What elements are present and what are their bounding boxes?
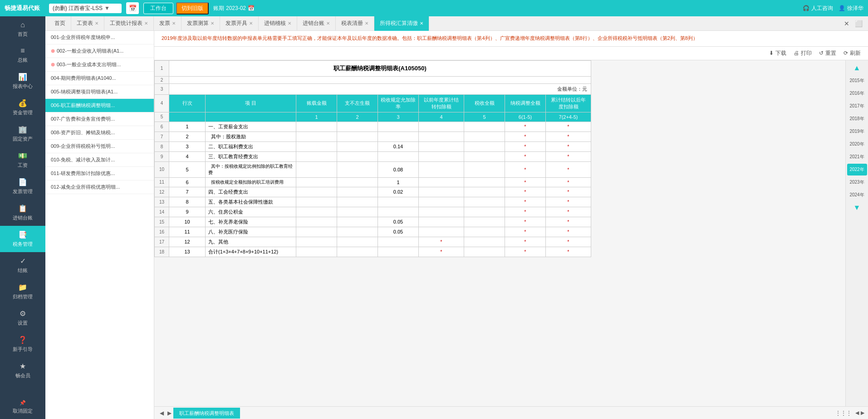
- sidebar-item-settings[interactable]: ⚙ 设置: [0, 305, 45, 331]
- tab-tax-register-close[interactable]: ✕: [365, 21, 368, 26]
- sidebar-item-home[interactable]: ⌂ 首页: [0, 16, 45, 42]
- sidebar-item-general-ledger[interactable]: ≡ 总账: [0, 42, 45, 68]
- list-item-001[interactable]: 001-企业所得税年度纳税申...: [45, 31, 154, 44]
- workspace-button[interactable]: 工作台: [143, 3, 173, 14]
- user-name: 徐泽华: [847, 5, 863, 12]
- tab-tax-register-label: 税表清册: [341, 19, 363, 27]
- user-menu[interactable]: 👤 徐泽华: [839, 5, 863, 12]
- sidebar-item-reports[interactable]: 📊 报表中心: [0, 68, 45, 94]
- invoice-icon: 📄: [18, 178, 27, 186]
- year-2019[interactable]: 2019年: [847, 126, 867, 137]
- table-row: 6 1 一、工资薪金支出 * *: [155, 122, 591, 132]
- year-scroll-down[interactable]: ▼: [853, 202, 861, 214]
- sidebar-item-member[interactable]: ★ 畅会员: [0, 357, 45, 384]
- refresh-button[interactable]: ⟳ 刷新: [843, 49, 861, 57]
- list-item-012[interactable]: 012-减免企业所得税优惠明细...: [45, 180, 154, 194]
- year-2017[interactable]: 2017年: [847, 100, 867, 112]
- close-all-tabs-button[interactable]: ✕: [842, 19, 851, 28]
- settings-icon: ⚙: [20, 309, 26, 318]
- year-2020[interactable]: 2020年: [847, 138, 867, 150]
- sheet-nav-left[interactable]: ◀: [158, 410, 166, 416]
- list-item-010[interactable]: 010-免税、减计收入及加计...: [45, 153, 154, 167]
- sidebar-item-funds[interactable]: 💰 资金管理: [0, 94, 45, 121]
- col-header-7: 累计结转以后年度扣除额: [546, 94, 591, 112]
- back-button[interactable]: 切到旧版: [176, 2, 209, 15]
- sidebar-item-salary[interactable]: 💵 工资: [0, 147, 45, 173]
- sidebar-item-invoice[interactable]: 📄 发票管理: [0, 173, 45, 200]
- tab-invoice-open[interactable]: 发票开具 ✕: [220, 16, 259, 31]
- maximize-button[interactable]: ⬜: [853, 19, 864, 28]
- settlement-icon: ✓: [20, 257, 26, 265]
- tab-tax-register[interactable]: 税表清册 ✕: [336, 16, 374, 31]
- sheet-tab-salary-adjust[interactable]: 职工薪酬纳税调整明细表: [173, 408, 240, 419]
- table-row: 13 8 五、各类基本社会保障性缴款 * *: [155, 197, 591, 207]
- salary-icon: 💵: [18, 151, 27, 160]
- list-item-008-label: 008-资产折旧、摊销及纳税...: [51, 129, 115, 136]
- tab-salary-stats[interactable]: 工资统计报表 ✕: [104, 16, 154, 31]
- sidebar-item-archive[interactable]: 📁 归档管理: [0, 278, 45, 305]
- tab-invoice-open-close[interactable]: ✕: [249, 21, 253, 26]
- tab-income-tax-close[interactable]: ✕: [420, 21, 423, 26]
- sidebar-item-purchase-sales[interactable]: 📋 进销台账: [0, 200, 45, 226]
- sheet-options-button[interactable]: ⋮⋮⋮: [835, 410, 852, 416]
- download-button[interactable]: ⬇ 下载: [769, 49, 786, 57]
- sidebar-item-guide[interactable]: ❓ 新手引导: [0, 331, 45, 357]
- list-item-005[interactable]: 005-纳税调整项目明细表(A1...: [45, 85, 154, 99]
- tab-income-tax[interactable]: 所得税汇算清缴 ✕: [374, 16, 429, 31]
- print-button[interactable]: 🖨 打印: [794, 49, 812, 57]
- list-item-007[interactable]: 007-广告费和业务宣传费明...: [45, 112, 154, 126]
- col-num-6: 6(1-5): [505, 112, 546, 122]
- list-item-009[interactable]: 009-企业所得税税补亏抵明...: [45, 140, 154, 153]
- form-list-panel: 001-企业所得税年度纳税申... ⊗ 002-一般企业收入明细表(A1... …: [45, 31, 154, 419]
- tab-invoice-calc-label: 发票测算: [187, 19, 209, 27]
- col-num-7: 7(2+4-5): [546, 112, 591, 122]
- calendar-icon-btn[interactable]: 📅: [126, 2, 139, 14]
- tab-invoice-calc-close[interactable]: ✕: [211, 21, 214, 26]
- year-2024[interactable]: 2024年: [847, 189, 867, 201]
- tab-invoice[interactable]: 发票 ✕: [154, 16, 181, 31]
- support-link[interactable]: 🎧 人工咨询: [803, 5, 833, 12]
- tab-invoice-close[interactable]: ✕: [172, 21, 176, 26]
- unpin-button[interactable]: 📌 取消固定: [0, 395, 45, 419]
- sheet-scroll-right[interactable]: ▶: [861, 410, 864, 416]
- year-2015[interactable]: 2015年: [847, 75, 867, 87]
- col-header-4: 以前年度累计结转扣除额: [419, 94, 464, 112]
- tab-salary-table[interactable]: 工资表 ✕: [71, 16, 104, 31]
- list-item-008[interactable]: 008-资产折旧、摊销及纳税...: [45, 126, 154, 140]
- year-2021[interactable]: 2021年: [847, 151, 867, 163]
- tab-purchase-verify[interactable]: 进销稽核 ✕: [259, 16, 297, 31]
- tab-purchase-ledger-label: 进销台账: [303, 19, 324, 27]
- list-item-011[interactable]: 011-研发费用加计扣除优惠...: [45, 167, 154, 180]
- sidebar-item-tax[interactable]: 📑 税务管理: [0, 226, 45, 252]
- col-header-rownum: 行次: [169, 94, 206, 112]
- list-item-002[interactable]: ⊗ 002-一般企业收入明细表(A1...: [45, 44, 154, 58]
- reset-button[interactable]: ↺ 重置: [819, 49, 836, 57]
- list-item-003[interactable]: ⊗ 003-一般企业成本支出明细...: [45, 58, 154, 72]
- year-2023[interactable]: 2023年: [847, 176, 867, 188]
- year-2018[interactable]: 2018年: [847, 113, 867, 125]
- sheet-scroll-left[interactable]: ◀: [855, 410, 859, 416]
- sidebar-item-fixed-assets[interactable]: 🏢 固定资产: [0, 121, 45, 147]
- table-title: 职工薪酬纳税调整明细表(A105050): [169, 60, 591, 76]
- tab-purchase-ledger[interactable]: 进销台账 ✕: [297, 16, 336, 31]
- spreadsheet-container[interactable]: 1 职工薪酬纳税调整明细表(A105050) 2: [154, 60, 845, 406]
- toolbar: ⬇ 下载 🖨 打印 ↺ 重置 ⟳ 刷新: [154, 47, 868, 60]
- sheet-nav-right[interactable]: ▶: [166, 410, 173, 416]
- year-2022[interactable]: 2022年: [847, 164, 867, 175]
- tab-purchase-ledger-close[interactable]: ✕: [326, 21, 330, 26]
- list-item-006[interactable]: 006-职工薪酬纳税调整明细...: [45, 99, 154, 112]
- sidebar-item-settlement[interactable]: ✓ 结账: [0, 252, 45, 278]
- list-item-004[interactable]: 004-期间费用明细表(A1040...: [45, 72, 154, 85]
- col-header-item: 项 目: [206, 94, 296, 112]
- year-scroll-up[interactable]: ▲: [853, 62, 861, 74]
- tab-purchase-verify-close[interactable]: ✕: [288, 21, 291, 26]
- tab-salary-stats-close[interactable]: ✕: [144, 21, 148, 26]
- company-selector[interactable]: (勿删) 江西睿宝-LSS ▼: [49, 4, 122, 13]
- row-3: 3 金额单位：元: [155, 83, 591, 94]
- table-row: 16 11 八、补充医疗保险 0.05 * *: [155, 227, 591, 237]
- tab-home[interactable]: 首页: [49, 16, 71, 31]
- tab-salary-close[interactable]: ✕: [95, 21, 98, 26]
- tab-invoice-calc[interactable]: 发票测算 ✕: [181, 16, 220, 31]
- year-2016[interactable]: 2016年: [847, 88, 867, 99]
- assets-icon: 🏢: [18, 125, 27, 134]
